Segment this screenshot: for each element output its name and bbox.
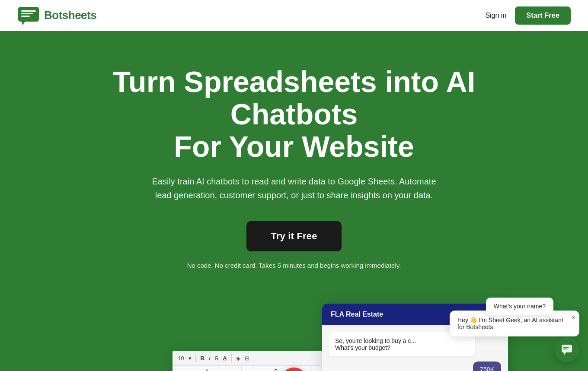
chat-icon	[561, 344, 573, 356]
signin-link[interactable]: Sign in	[485, 12, 506, 19]
toolbar-italic-icon: I	[209, 355, 211, 361]
navbar: Botsheets Sign in Start Free	[0, 0, 588, 31]
toolbar-divider2	[231, 354, 232, 362]
svg-rect-2	[21, 10, 36, 12]
no-code-text: No code. No credit card. Takes 5 minutes…	[187, 262, 401, 269]
svg-rect-8	[563, 349, 567, 349]
toolbar-chevron-icon: ▾	[189, 355, 192, 361]
chat-bubble-user-response: 750K	[473, 361, 501, 371]
try-it-free-button[interactable]: Try it Free	[246, 221, 341, 251]
toolbar-borders-icon: ⊞	[245, 355, 249, 361]
col-a-header: A	[173, 366, 242, 371]
whats-your-name-bubble: What's your name?	[486, 298, 553, 315]
logo-text: Botsheets	[44, 9, 96, 22]
chat-widget-button[interactable]	[554, 337, 579, 362]
sheet-geek-close-button[interactable]: x	[572, 314, 575, 320]
toolbar-fill-icon: ◈	[236, 355, 240, 361]
svg-rect-7	[563, 347, 569, 348]
toolbar-font-size: 10	[178, 355, 184, 361]
logo-icon	[17, 6, 40, 25]
hero-title: Turn Spreadsheets into AI Chatbots For Y…	[99, 66, 489, 162]
hero-subtitle: Easily train AI chatbots to read and wri…	[147, 174, 441, 202]
svg-rect-4	[21, 16, 30, 17]
start-free-button[interactable]: Start Free	[515, 6, 571, 25]
logo-area: Botsheets	[17, 6, 96, 25]
svg-marker-5	[22, 22, 25, 25]
toolbar-bold-icon: B	[201, 355, 205, 361]
toolbar-font-color-icon: A	[223, 355, 227, 361]
svg-rect-3	[21, 13, 33, 14]
nav-right: Sign in Start Free	[485, 6, 571, 25]
toolbar-strike-icon: S	[215, 355, 219, 361]
sheet-geek-popup-text: Hey 👋 I'm Sheet Geek, an AI assistant fo…	[457, 317, 572, 330]
svg-marker-9	[563, 352, 566, 355]
toolbar-divider	[196, 354, 196, 362]
